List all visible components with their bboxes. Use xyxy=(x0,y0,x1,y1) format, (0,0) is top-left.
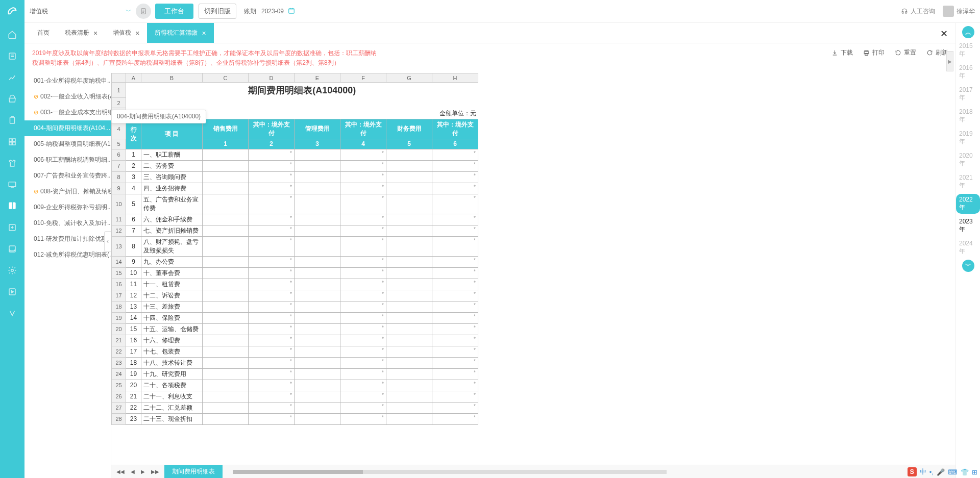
consult-button[interactable]: 人工咨询 xyxy=(901,7,935,16)
year-option[interactable]: 2020年 xyxy=(956,150,980,170)
svg-rect-3 xyxy=(10,117,15,123)
warning-icon: ⊘ xyxy=(34,93,38,100)
grid-icon[interactable] xyxy=(7,136,18,147)
v-icon[interactable] xyxy=(7,308,18,319)
print-button[interactable]: 打印 xyxy=(863,48,885,57)
app-logo[interactable] xyxy=(0,0,24,23)
export-icon[interactable] xyxy=(7,222,18,233)
year-option[interactable]: 2018年 xyxy=(956,106,980,126)
refresh-icon xyxy=(926,49,933,56)
download-button[interactable]: 下载 xyxy=(831,48,853,57)
year-option[interactable]: 2024年 xyxy=(956,238,980,258)
tab-close-icon[interactable]: × xyxy=(93,29,97,37)
gear-icon[interactable] xyxy=(7,265,18,276)
svg-rect-8 xyxy=(9,182,16,187)
year-option[interactable]: 2022年 xyxy=(956,194,980,214)
tray-shirt-icon[interactable]: 👕 xyxy=(961,468,969,476)
tabbar: 首页税表清册×增值税×所得税汇算清缴×✕ xyxy=(24,23,955,43)
tax-type-dropdown[interactable]: 增值税 ﹀ xyxy=(30,7,132,16)
year-option[interactable]: 2021年 xyxy=(956,172,980,192)
nav-item[interactable]: 004-期间费用明细表(A104... xyxy=(24,120,111,136)
year-option[interactable]: 2017年 xyxy=(956,84,980,104)
year-up-icon[interactable]: ︽ xyxy=(962,26,974,38)
nav-item[interactable]: 009-企业所得税弥补亏损明... xyxy=(24,199,111,215)
nav-item[interactable]: ⊘002-一般企业收入明细表(A1... xyxy=(24,89,111,105)
chart-icon[interactable] xyxy=(7,72,18,83)
tray-dot-icon[interactable]: •, xyxy=(929,468,934,476)
ime-icon[interactable]: S xyxy=(908,467,917,476)
nav-item[interactable]: 012-减免所得税优惠明细表(... xyxy=(24,247,111,263)
period-value: 2023-09 xyxy=(261,8,284,15)
horizontal-scrollbar[interactable] xyxy=(233,468,955,475)
tray-grid-icon[interactable]: ⊞ xyxy=(972,468,977,476)
shirt-icon[interactable] xyxy=(7,158,18,169)
manage-icon[interactable] xyxy=(7,51,18,62)
nav-tooltip: 004-期间费用明细表(A104000) xyxy=(111,110,206,123)
calendar-icon[interactable] xyxy=(288,7,295,16)
year-option[interactable]: 2015年 xyxy=(956,40,980,60)
bag-icon[interactable] xyxy=(7,93,18,105)
svg-rect-1 xyxy=(289,8,295,13)
collapse-nav-icon[interactable]: ‹ xyxy=(104,231,111,251)
nav-item[interactable]: 007-广告费和业务宣传费跨... xyxy=(24,168,111,184)
svg-rect-6 xyxy=(9,142,12,145)
tab-增值税[interactable]: 增值税× xyxy=(105,23,147,43)
svg-rect-7 xyxy=(13,142,15,145)
tab-close-icon[interactable]: × xyxy=(135,29,139,37)
form-nav-list: 001-企业所得税年度纳税申...⊘002-一般企业收入明细表(A1...⊘00… xyxy=(24,73,111,478)
headset-icon xyxy=(901,8,908,15)
svg-rect-4 xyxy=(9,139,12,141)
nav-item[interactable]: 011-研发费用加计扣除优惠... xyxy=(24,231,111,247)
warning-notice: 2019年度涉及取以前年度结转数据的申报表单元格需要手工维护正确，才能保证本年及… xyxy=(32,48,379,68)
svg-rect-5 xyxy=(13,139,15,141)
expand-panel-icon[interactable]: ▶ xyxy=(946,51,953,71)
clipboard-icon[interactable] xyxy=(7,115,18,126)
nav-item[interactable]: 001-企业所得税年度纳税申... xyxy=(24,73,111,89)
reset-button[interactable]: 重置 xyxy=(895,48,916,57)
nav-item[interactable]: 010-免税、减计收入及加计... xyxy=(24,215,111,231)
nav-item[interactable]: 006-职工薪酬纳税调整明细... xyxy=(24,152,111,168)
home-icon[interactable] xyxy=(7,29,18,40)
tab-所得税汇算清缴[interactable]: 所得税汇算清缴× xyxy=(147,23,213,43)
switch-old-button[interactable]: 切到旧版 xyxy=(199,4,236,19)
close-all-icon[interactable]: ✕ xyxy=(940,28,948,39)
warning-icon: ⊘ xyxy=(34,109,38,116)
tax-type-label: 增值税 xyxy=(30,7,48,16)
avatar xyxy=(943,6,954,17)
inbox-icon[interactable] xyxy=(7,243,18,255)
tab-税表清册[interactable]: 税表清册× xyxy=(57,23,105,43)
svg-point-10 xyxy=(11,269,14,272)
sheet-tab[interactable]: 期间费用明细表 xyxy=(164,465,223,478)
screen-icon[interactable] xyxy=(7,179,18,190)
tray-kb-icon[interactable]: ⌨ xyxy=(948,468,958,476)
sheet-nav-controls[interactable]: ◀◀◀▶▶▶ xyxy=(111,469,164,474)
print-icon xyxy=(863,49,870,56)
period-label: 账期 xyxy=(244,7,256,16)
year-option[interactable]: 2019年 xyxy=(956,128,980,148)
refresh-button[interactable]: 刷新 xyxy=(926,48,948,57)
workbench-button[interactable]: 工作台 xyxy=(155,4,193,19)
tab-首页[interactable]: 首页 xyxy=(30,23,57,43)
sidebar xyxy=(0,23,24,478)
system-tray: S 中 •, 🎤 ⌨ 👕 ⊞ xyxy=(908,467,977,476)
chevron-down-icon: ﹀ xyxy=(126,7,132,16)
nav-item[interactable]: 005-纳税调整项目明细表(A1... xyxy=(24,136,111,152)
nav-item[interactable]: ⊘003-一般企业成本支出明细... xyxy=(24,105,111,120)
year-down-icon[interactable]: ︾ xyxy=(962,260,974,272)
nav-item[interactable]: ⊘008-资产折旧、摊销及纳税... xyxy=(24,184,111,199)
year-rail: ︽2015年2016年2017年2018年2019年2020年2021年2022… xyxy=(955,23,980,478)
download-icon xyxy=(831,49,838,56)
book-icon[interactable] xyxy=(7,200,18,212)
play-icon[interactable] xyxy=(7,286,18,297)
doc-icon-button[interactable] xyxy=(136,4,151,19)
year-option[interactable]: 2016年 xyxy=(956,62,980,82)
user-menu[interactable]: 徐泽华 xyxy=(943,6,975,17)
spreadsheet-grid[interactable]: ABCDEFGH1期间费用明细表(A104000)23金额单位：元4行次项 目销… xyxy=(111,73,478,425)
reset-icon xyxy=(895,49,901,56)
tray-mic-icon[interactable]: 🎤 xyxy=(937,468,945,476)
warning-icon: ⊘ xyxy=(34,188,38,195)
tab-close-icon[interactable]: × xyxy=(202,29,206,37)
year-option[interactable]: 2023年 xyxy=(956,216,980,236)
